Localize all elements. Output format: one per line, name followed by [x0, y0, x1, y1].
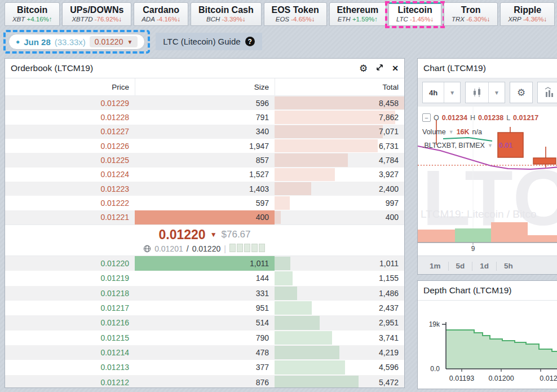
litecoin-guide-button[interactable]: LTC (Litecoin) Guide ?	[156, 33, 262, 50]
depth-chart-title: Depth Chart (LTCM19)	[423, 285, 511, 296]
depth-x-label: 0.012	[540, 375, 557, 382]
size-cell: 144	[135, 271, 275, 285]
column-size: Size	[135, 78, 275, 95]
interval-dropdown[interactable]: 4h ▼	[422, 82, 461, 103]
contract-price-dropdown[interactable]: 0.01220 ▼	[90, 36, 138, 47]
arrow-down-icon: ↓	[487, 16, 490, 23]
tab-label: Bitcoin Cash	[197, 5, 255, 15]
range-button-5d[interactable]: 5d	[449, 262, 472, 270]
close-icon[interactable]: ✕	[392, 64, 399, 72]
bid-row[interactable]: 0.012179512,437	[5, 301, 404, 315]
size-cell: 514	[135, 315, 275, 330]
guide-label: LTC (Litecoin) Guide	[163, 37, 240, 46]
depth-chart[interactable]: 19k 0.0 0.01193 0.01200 0.012	[418, 301, 557, 389]
indicators-button[interactable]	[537, 82, 557, 103]
arrow-down-icon: ↓	[543, 16, 547, 23]
bid-row[interactable]: 0.012183311,486	[5, 286, 404, 301]
depth-bar	[275, 346, 339, 359]
depth-bar	[275, 360, 345, 374]
contract-expiry: Jun 28	[24, 37, 51, 47]
depth-x-label: 0.01200	[488, 375, 514, 382]
open-value: 0.01234	[442, 114, 467, 122]
depth-bar	[275, 168, 335, 181]
tab-label: Cardano	[140, 5, 182, 15]
bid-row[interactable]: 0.012191441,155	[5, 271, 404, 285]
depth-bar	[275, 196, 290, 209]
chart-style-dropdown[interactable]: ▼	[465, 82, 505, 103]
bid-row[interactable]: 0.012133774,596	[5, 360, 404, 375]
chart-header: Chart (LTCM19)	[418, 59, 557, 78]
chart-x-label: 9	[471, 245, 475, 253]
chart-settings-button[interactable]: ⚙	[510, 82, 533, 103]
orderbook-column-header: Price Size Total	[5, 78, 404, 96]
tab-ethereum[interactable]: EthereumETH +1.59%↑	[329, 2, 387, 26]
tab-symbol: ADA	[142, 16, 155, 23]
total-cell: 1,011	[275, 256, 404, 271]
depth-chart-panel: Depth Chart (LTCM19) 19k 0.0 0.01193 0.0…	[417, 280, 557, 389]
tab-label: UPs/DOWNs	[68, 5, 125, 15]
tab-symbol: TRX	[452, 16, 465, 23]
arrow-down-icon: ↓	[119, 16, 122, 23]
size-cell: 597	[135, 196, 275, 210]
ask-row[interactable]: 0.01221400400	[5, 210, 404, 224]
range-button-1m[interactable]: 1m	[422, 262, 448, 270]
ask-row[interactable]: 0.012295968,458	[5, 96, 404, 110]
arrow-down-icon: ↓	[312, 16, 315, 23]
ask-row[interactable]: 0.012231,4032,400	[5, 182, 404, 196]
depth-bar	[275, 331, 332, 345]
collapse-icon[interactable]: −	[422, 113, 431, 122]
range-button-1d[interactable]: 1d	[472, 262, 496, 270]
price-cell: 0.01218	[5, 289, 135, 298]
bid-row[interactable]: 0.012144784,219	[5, 345, 404, 360]
tab-bitcoin-cash[interactable]: Bitcoin CashBCH -3.39%↓	[191, 2, 262, 26]
chart-title: Chart (LTCM19)	[423, 63, 486, 73]
range-button-5h[interactable]: 5h	[497, 262, 520, 270]
total-cell: 3,741	[275, 331, 404, 345]
expand-icon[interactable]	[376, 64, 383, 73]
mark-price: 0.01220	[192, 244, 221, 253]
volume-ma-line	[443, 138, 492, 141]
size-cell: 790	[135, 331, 275, 345]
bid-row[interactable]: 0.012157903,741	[5, 331, 404, 345]
bid-row[interactable]: 0.012128765,472	[5, 375, 404, 388]
bid-row[interactable]: 0.012165142,951	[5, 315, 404, 330]
bid-row[interactable]: 0.012201,0111,011	[5, 256, 404, 271]
ask-row[interactable]: 0.012241,5273,927	[5, 168, 404, 182]
gear-icon[interactable]: ⚙	[359, 64, 368, 73]
total-cell: 7,862	[275, 110, 404, 124]
tab-label: EOS Token	[270, 5, 321, 15]
tab-symbol: EOS	[276, 16, 289, 23]
tab-change: -3.39%	[222, 16, 242, 23]
depth-bar	[275, 301, 312, 315]
chart-toolbar: 4h ▼ ▼ ⚙	[418, 78, 557, 107]
ask-row[interactable]: 0.012258574,784	[5, 153, 404, 167]
tab-eos-token[interactable]: EOS TokenEOS -4.65%↓	[264, 2, 327, 26]
size-cell: 596	[135, 96, 275, 110]
total-cell: 4,596	[275, 360, 404, 375]
tab-litecoin[interactable]: LitecoinLTC -1.45%↓	[388, 2, 441, 26]
tab-tron[interactable]: TronTRX -6.30%↓	[444, 2, 498, 26]
ask-row[interactable]: 0.012273407,071	[5, 125, 404, 139]
volume-bar	[418, 230, 455, 243]
orderbook-mid-section: 0.01220 ▼ $76.67 0.01201 / 0.01220 |	[5, 224, 404, 256]
chevron-down-icon[interactable]: ▼	[488, 143, 493, 148]
ask-row[interactable]: 0.012287917,862	[5, 110, 404, 124]
depth-canvas: 19k 0.0 0.01193 0.01200 0.012	[418, 301, 557, 389]
chart-range-bar: 1m5d1d5h	[418, 256, 557, 275]
ask-row[interactable]: 0.01222597997	[5, 196, 404, 210]
tab-change: -4.36%	[523, 16, 543, 23]
ask-row[interactable]: 0.012261,9476,731	[5, 139, 404, 153]
depth-bar	[275, 271, 293, 285]
chevron-down-icon[interactable]: ▼	[449, 129, 454, 135]
contract-selector[interactable]: ● Jun 28 (33.33x) 0.01220 ▼	[8, 34, 145, 50]
tab-label: Ripple	[506, 5, 549, 15]
tab-label: Ethereum	[335, 5, 381, 15]
tab-cardano[interactable]: CardanoADA -4.16%↓	[134, 2, 188, 26]
price-cell: 0.01224	[5, 170, 135, 179]
tab-ripple[interactable]: RippleXRP -4.36%↓	[500, 2, 555, 26]
tab-change: -6.30%	[466, 16, 487, 23]
tab-bitcoin[interactable]: BitcoinXBT +4.16%↑	[5, 2, 60, 26]
ask-rows: 0.012295968,4580.012287917,8620.01227340…	[5, 96, 404, 224]
candlestick-chart[interactable]: LTC LTCM19: Litecoin / Bitco 9	[418, 107, 557, 256]
tab-ups-downs[interactable]: UPs/DOWNsXBT7D -76.92%↓	[62, 2, 131, 26]
